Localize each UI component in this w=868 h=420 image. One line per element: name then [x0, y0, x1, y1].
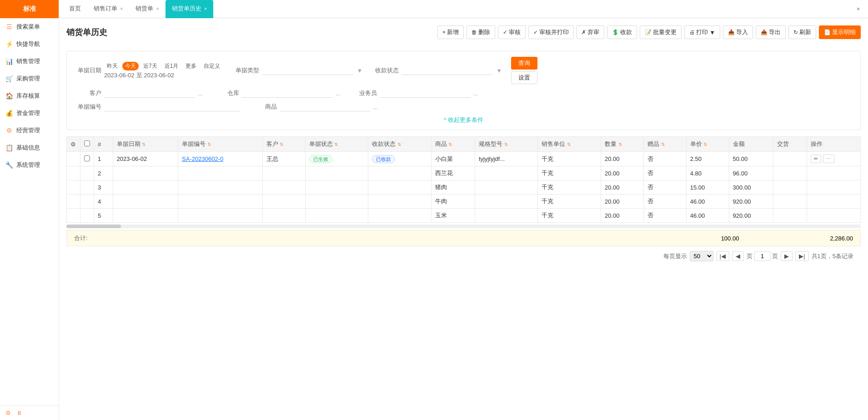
abandon-button[interactable]: ✗ 弃审 [577, 25, 604, 39]
last-page-btn[interactable]: ▶| [795, 251, 808, 261]
import-button[interactable]: 📥 导入 [723, 25, 753, 39]
settings-icon[interactable]: ⚙ [5, 410, 11, 416]
cell-action [807, 195, 861, 209]
delete-button[interactable]: 🗑 删除 [467, 25, 495, 39]
col-doc-number[interactable]: 单据编号 ⇅ [178, 137, 263, 152]
sidebar-item-purchase-mgmt[interactable]: 🛒 采购管理 [0, 70, 59, 87]
filter-date: 单据日期 昨天 今天 近7天 近1月 更多 自定义 2023-06-02 [74, 62, 223, 80]
cell-doc-date [113, 180, 178, 195]
customer-dots[interactable]: ... [198, 90, 203, 97]
cell-goods: 小白菜 [431, 152, 475, 166]
set-button[interactable]: 设置 [511, 71, 537, 84]
show-detail-label: 显示明细 [832, 28, 856, 36]
page-input[interactable] [754, 251, 771, 261]
col-gift[interactable]: 赠品 ⇅ [643, 137, 686, 152]
col-doc-date[interactable]: 单据日期 ⇅ [113, 137, 178, 152]
audit-button[interactable]: ✓ 审核 [498, 25, 526, 39]
close-all-tabs[interactable]: × [852, 6, 864, 12]
finance-icon: 💰 [5, 110, 13, 117]
col-sales-unit[interactable]: 销售单位 ⇅ [538, 137, 601, 152]
tab-sales-order[interactable]: 销售订单 × [87, 0, 129, 18]
warehouse-dots[interactable]: ... [336, 90, 341, 97]
salesperson-dots[interactable]: ... [473, 90, 478, 97]
date-tab-today[interactable]: 今天 [122, 62, 139, 70]
cell-amount: 920.00 [729, 209, 773, 223]
import-label: 导入 [736, 28, 748, 36]
warehouse-input[interactable] [242, 89, 333, 98]
doc-type-input[interactable] [262, 66, 353, 75]
prev-page-btn[interactable]: ◀ [732, 251, 744, 261]
tab-sales-goods[interactable]: 销货单 × [129, 0, 165, 18]
collect-button[interactable]: 💲 收款 [607, 25, 637, 39]
next-page-btn[interactable]: ▶ [781, 251, 793, 261]
print-button[interactable]: 🖨 打印 ▼ [684, 25, 720, 39]
col-spec-model[interactable]: 规格型号 ⇅ [475, 137, 538, 152]
col-goods[interactable]: 商品 ⇅ [431, 137, 475, 152]
sidebar-item-stock-calc[interactable]: 🏠 库存核算 [0, 87, 59, 105]
date-tab-custom[interactable]: 自定义 [201, 62, 223, 70]
abandon-label: 弃审 [587, 28, 599, 36]
goods-input[interactable] [280, 102, 371, 111]
cell-checkbox [80, 166, 94, 180]
sidebar-item-search-menu[interactable]: ☰ 搜索菜单 [0, 18, 59, 35]
sidebar-item-sales-mgmt[interactable]: 📊 销售管理 [0, 53, 59, 70]
row-checkbox[interactable] [84, 155, 90, 161]
select-all-checkbox[interactable] [84, 140, 90, 146]
query-button[interactable]: 查询 [511, 57, 537, 70]
edit-btn[interactable]: ✏ [811, 155, 821, 163]
tab-home[interactable]: 首页 [63, 0, 87, 18]
show-detail-button[interactable]: 📄 显示明细 [819, 25, 861, 39]
export-button[interactable]: 📤 导出 [756, 25, 786, 39]
new-button[interactable]: + 新增 [437, 25, 464, 39]
new-label: 新增 [447, 28, 459, 36]
sidebar-item-quick-nav[interactable]: ⚡ 快捷导航 [0, 35, 59, 53]
scroll-thumb[interactable] [66, 225, 121, 228]
tab-sales-goods-close[interactable]: × [156, 6, 159, 11]
doc-number-input[interactable] [104, 102, 241, 111]
cell-doc-number [178, 195, 263, 209]
customer-input[interactable] [104, 89, 195, 98]
sidebar-item-label: 资金管理 [16, 109, 40, 117]
doc-number-link[interactable]: SA-20230602-0 [182, 155, 223, 162]
doc-status-badge: 已生效 [309, 155, 332, 163]
page-size-select[interactable]: 20 50 100 [690, 251, 713, 261]
col-customer[interactable]: 客户 ⇅ [262, 137, 305, 152]
col-settings[interactable]: ⚙ [67, 137, 80, 152]
sidebar-item-basic-info[interactable]: 📋 基础信息 [0, 139, 59, 156]
cell-doc-status [305, 166, 368, 180]
payment-status-dropdown-icon[interactable]: ▼ [496, 67, 502, 74]
payment-status-input[interactable] [401, 66, 492, 75]
delete-label: 删除 [478, 28, 490, 36]
horizontal-scrollbar[interactable] [66, 225, 861, 228]
basic-info-icon: 📋 [5, 144, 13, 151]
cell-unit-price: 2.50 [686, 152, 729, 166]
first-page-btn[interactable]: |◀ [716, 251, 729, 261]
audit-print-button[interactable]: ✓ 审核并打印 [528, 25, 574, 39]
batch-change-button[interactable]: 📝 批量变更 [640, 25, 682, 39]
tab-sales-history-close[interactable]: × [204, 6, 207, 11]
salesperson-input[interactable] [380, 89, 471, 98]
tab-sales-order-close[interactable]: × [120, 6, 123, 11]
col-quantity[interactable]: 数量 ⇅ [601, 137, 644, 152]
sidebar-item-finance-mgmt[interactable]: 💰 资金管理 [0, 105, 59, 122]
date-tab-last7[interactable]: 近7天 [140, 62, 160, 70]
date-tab-yesterday[interactable]: 昨天 [104, 62, 120, 70]
sidebar-item-ops-mgmt[interactable]: ⚙ 经营管理 [0, 122, 59, 139]
more-action-btn[interactable]: ⋯ [823, 155, 834, 163]
tab-sales-history[interactable]: 销货单历史 × [166, 0, 213, 18]
refresh-button[interactable]: ↻ 刷新 [788, 25, 816, 39]
filter-collapse-btn[interactable]: ^ 收起更多条件 [74, 116, 853, 124]
doc-type-dropdown-icon[interactable]: ▼ [356, 67, 362, 74]
date-tab-last1month[interactable]: 近1月 [162, 62, 181, 70]
col-unit-price[interactable]: 单价 ⇅ [686, 137, 729, 152]
batch-change-label: 批量变更 [653, 28, 677, 36]
pause-icon[interactable]: ⏸ [16, 410, 22, 416]
date-tab-more[interactable]: 更多 [183, 62, 199, 70]
sidebar-item-sys-mgmt[interactable]: 🔧 系统管理 [0, 156, 59, 174]
goods-dots[interactable]: ... [373, 104, 378, 110]
col-payment-status[interactable]: 收款状态 ⇅ [368, 137, 431, 152]
table-row: 1 2023-06-02 SA-20230602-0 王总 已生效 已收款 小白… [67, 152, 861, 166]
export-icon: 📤 [761, 29, 768, 35]
col-doc-status[interactable]: 单据状态 ⇅ [305, 137, 368, 152]
customer-label: 客户 [74, 89, 101, 97]
